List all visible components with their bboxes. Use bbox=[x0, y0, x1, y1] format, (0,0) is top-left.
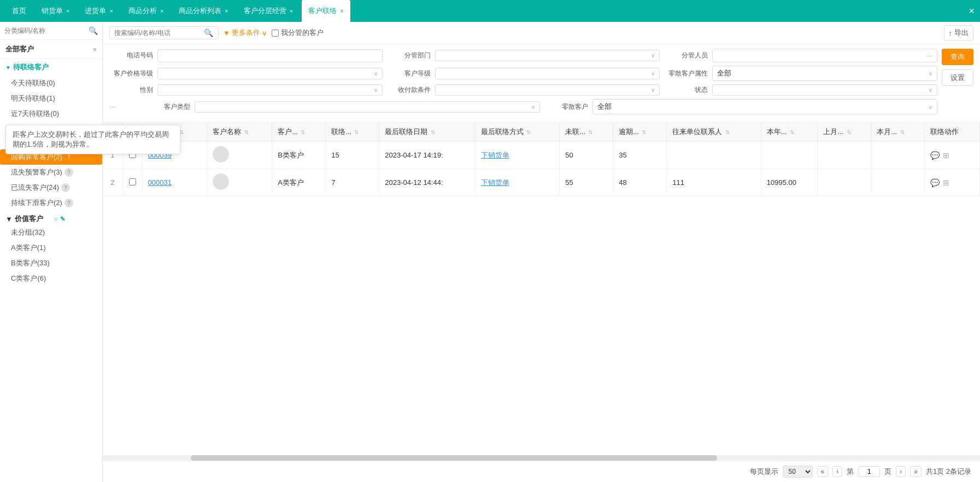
my-customers-checkbox[interactable] bbox=[272, 30, 279, 37]
customer-type-select[interactable]: ∨ bbox=[195, 101, 540, 113]
pending-contact-group[interactable]: ▼ 待联络客户 bbox=[0, 59, 102, 76]
nav-home[interactable]: 首页 bbox=[5, 0, 33, 22]
row2-code-link[interactable]: 000031 bbox=[148, 178, 172, 187]
dept-select[interactable]: ∨ bbox=[435, 50, 660, 61]
gender-select[interactable]: ∨ bbox=[157, 84, 383, 96]
horizontal-scrollbar[interactable] bbox=[103, 455, 980, 461]
value-group-edit2-icon[interactable]: ✎ bbox=[60, 216, 65, 223]
company-sort-icon[interactable]: ⇅ bbox=[725, 129, 730, 135]
this-month-sort-icon[interactable]: ⇅ bbox=[900, 129, 905, 135]
close-customer-segmentation[interactable]: × bbox=[290, 8, 293, 14]
customer-level-select[interactable]: ∨ bbox=[435, 68, 660, 79]
last-method-sort-icon[interactable]: ⇅ bbox=[526, 129, 531, 135]
phone-input[interactable] bbox=[157, 49, 383, 62]
nav-sales-order[interactable]: 销货单 × bbox=[35, 0, 76, 22]
lost-help-icon[interactable]: ? bbox=[64, 168, 73, 177]
col-uncontacted-header[interactable]: 未联... ⇅ bbox=[560, 123, 613, 142]
retail-customer-select[interactable]: 全部 ∨ bbox=[592, 99, 938, 114]
value-customers-group[interactable]: ▼ 价值客户 ○ ✎ bbox=[0, 211, 102, 225]
col-last-contact-method-header[interactable]: 最后联络方式 ⇅ bbox=[475, 123, 560, 142]
row2-select-checkbox[interactable] bbox=[129, 178, 136, 185]
close-customer-contact[interactable]: × bbox=[340, 8, 343, 14]
value-c-class[interactable]: C类客户(6) bbox=[0, 271, 102, 286]
col-this-month-header[interactable]: 本月... ⇅ bbox=[871, 123, 925, 142]
status-select[interactable]: ∨ bbox=[712, 84, 937, 96]
query-button[interactable]: 查询 bbox=[942, 49, 973, 65]
manager-dots[interactable]: ··· bbox=[926, 51, 932, 60]
col-this-year-header[interactable]: 本年... ⇅ bbox=[761, 123, 818, 142]
continuous-down[interactable]: 持续下滑客户(2) ? bbox=[0, 195, 102, 211]
all-customers-header[interactable]: 全部客户 « bbox=[0, 40, 102, 59]
continuous-down-help-icon[interactable]: ? bbox=[64, 199, 73, 207]
export-button[interactable]: ↑ 导出 bbox=[944, 25, 974, 40]
more-conditions-btn[interactable]: ▼ 更多条件 ∨ bbox=[223, 28, 267, 38]
col-contact-count-header[interactable]: 联络... ⇅ bbox=[326, 123, 379, 142]
customer-level-arrow: ∨ bbox=[651, 71, 655, 77]
row2-chat-icon[interactable]: 💬 bbox=[930, 178, 940, 187]
pending-7days[interactable]: 近7天待联络(0) bbox=[0, 106, 102, 121]
manager-select[interactable]: ··· bbox=[712, 49, 937, 62]
row1-last-date: 2023-04-17 14:19: bbox=[379, 142, 475, 169]
overdue-sort-icon[interactable]: ⇅ bbox=[642, 129, 646, 135]
row2-more-icon[interactable]: ⊞ bbox=[943, 178, 949, 187]
contact-count-sort-icon[interactable]: ⇅ bbox=[354, 129, 359, 135]
sidebar-search-icon[interactable]: 🔍 bbox=[89, 26, 98, 35]
sidebar-search-input[interactable] bbox=[4, 27, 86, 34]
last-date-sort-icon[interactable]: ⇅ bbox=[431, 129, 435, 135]
nav-purchase-order[interactable]: 进货单 × bbox=[78, 0, 119, 22]
first-page-btn[interactable]: « bbox=[817, 466, 829, 477]
row1-this-year bbox=[761, 142, 818, 169]
value-b-class[interactable]: B类客户(33) bbox=[0, 255, 102, 271]
search-icon[interactable]: 🔍 bbox=[204, 28, 213, 37]
lost-prediction[interactable]: 流失预警客户(3) ? bbox=[0, 165, 102, 180]
per-page-select[interactable]: 50 20 100 bbox=[783, 466, 813, 478]
filter-more-dots[interactable]: ··· bbox=[109, 102, 142, 111]
nav-product-analysis-list[interactable]: 商品分析列表 × bbox=[172, 0, 234, 22]
row2-method-link[interactable]: 下销货单 bbox=[481, 178, 509, 187]
retail-attr-select[interactable]: 全部 ∨ bbox=[712, 66, 937, 81]
col-last-month-header[interactable]: 上月... ⇅ bbox=[818, 123, 871, 142]
already-lost-help-icon[interactable]: ? bbox=[61, 183, 70, 192]
col-overdue-header[interactable]: 逾期... ⇅ bbox=[613, 123, 667, 142]
value-a-class[interactable]: A类客户(1) bbox=[0, 240, 102, 255]
row1-chat-icon[interactable]: 💬 bbox=[930, 151, 940, 160]
nav-product-analysis[interactable]: 商品分析 × bbox=[122, 0, 170, 22]
col-action-header: 联络动作 bbox=[925, 123, 980, 142]
last-month-sort-icon[interactable]: ⇅ bbox=[847, 129, 851, 135]
uncontacted-sort-icon[interactable]: ⇅ bbox=[588, 129, 592, 135]
row1-more-icon[interactable]: ⊞ bbox=[943, 151, 949, 160]
pending-tomorrow[interactable]: 明天待联络(1) bbox=[0, 91, 102, 106]
price-level-select[interactable]: ∨ bbox=[157, 68, 383, 79]
value-ungroup[interactable]: 未分组(32) bbox=[0, 225, 102, 240]
next-page-btn[interactable]: › bbox=[896, 466, 906, 477]
nav-customer-segmentation[interactable]: 客户分层经营 × bbox=[237, 0, 300, 22]
row1-method-link[interactable]: 下销货单 bbox=[481, 151, 509, 159]
last-page-btn[interactable]: » bbox=[910, 466, 922, 477]
nav-customer-contact[interactable]: 客户联络 × bbox=[302, 0, 350, 22]
close-purchase-order[interactable]: × bbox=[109, 8, 113, 14]
page-input[interactable] bbox=[858, 466, 880, 477]
scroll-thumb[interactable] bbox=[191, 455, 717, 461]
col-last-contact-date-header[interactable]: 最后联络日期 ⇅ bbox=[379, 123, 475, 142]
name-sort-icon[interactable]: ⇅ bbox=[244, 129, 249, 135]
close-sales-order[interactable]: × bbox=[66, 8, 69, 14]
row2-name bbox=[207, 169, 272, 196]
sidebar-collapse-icon[interactable]: « bbox=[93, 45, 97, 53]
main-layout: 🔍 全部客户 « ▼ 待联络客户 今天待联络(0) 明天待联络(1) 近7天待联… bbox=[0, 22, 980, 482]
this-year-sort-icon[interactable]: ⇅ bbox=[790, 129, 794, 135]
window-close-btn[interactable]: × bbox=[969, 5, 975, 17]
close-product-analysis[interactable]: × bbox=[160, 8, 163, 14]
pending-today[interactable]: 今天待联络(0) bbox=[0, 76, 102, 91]
col-type-header[interactable]: 客户... ⇅ bbox=[272, 123, 326, 142]
close-product-analysis-list[interactable]: × bbox=[225, 8, 228, 14]
value-group-edit-icon[interactable]: ○ bbox=[54, 216, 58, 222]
settings-button[interactable]: 设置 bbox=[942, 69, 973, 86]
already-lost[interactable]: 已流失客户(24) ? bbox=[0, 180, 102, 195]
type-sort-icon[interactable]: ⇅ bbox=[301, 129, 305, 135]
search-input[interactable] bbox=[114, 29, 202, 37]
payment-select[interactable]: ∨ bbox=[435, 84, 660, 96]
col-name-header[interactable]: 客户名称 ⇅ bbox=[207, 123, 272, 142]
row2-last-method: 下销货单 bbox=[475, 169, 560, 196]
prev-page-btn[interactable]: ‹ bbox=[832, 466, 842, 477]
col-company-contact-header[interactable]: 往来单位联系人 ⇅ bbox=[667, 123, 761, 142]
